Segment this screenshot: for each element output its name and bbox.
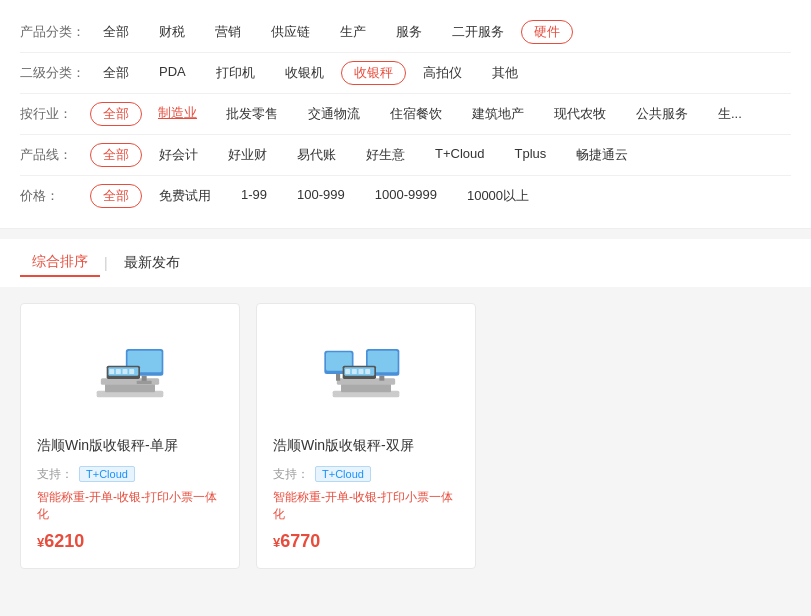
price-10000-plus[interactable]: 10000以上: [454, 184, 542, 208]
industry-label: 按行业：: [20, 105, 90, 123]
product-support-1: 支持： T+Cloud: [37, 466, 223, 483]
svg-rect-18: [336, 374, 340, 381]
line-accounting[interactable]: 好会计: [146, 143, 211, 167]
line-tplus[interactable]: Tplus: [502, 143, 560, 167]
support-label-2: 支持：: [273, 466, 309, 483]
product-support-2: 支持： T+Cloud: [273, 466, 459, 483]
svg-rect-10: [116, 369, 121, 374]
sub-cashier[interactable]: 收银机: [272, 61, 337, 85]
product-card-1[interactable]: 浩顺Win版收银秤-单屏 支持： T+Cloud 智能称重-开单-收银-打印小票…: [20, 303, 240, 569]
product-price-2: ¥6770: [273, 531, 459, 552]
product-svg-1: [80, 329, 180, 419]
filter-section: 产品分类： 全部 财税 营销 供应链 生产 服务 二开服务 硬件 二级分类： 全…: [0, 0, 811, 229]
support-badge-1: T+Cloud: [79, 466, 135, 482]
svg-rect-25: [352, 369, 357, 374]
product-card-2[interactable]: 浩顺Win版收银秤-双屏 支持： T+Cloud 智能称重-开单-收银-打印小票…: [256, 303, 476, 569]
sub-category-label: 二级分类：: [20, 64, 90, 82]
amount-1: 6210: [44, 531, 84, 551]
industry-public[interactable]: 公共服务: [623, 102, 701, 126]
product-price-1: ¥6210: [37, 531, 223, 552]
industry-wholesale[interactable]: 批发零售: [213, 102, 291, 126]
product-image-2: [273, 324, 459, 424]
sort-latest[interactable]: 最新发布: [112, 250, 192, 276]
svg-rect-24: [345, 369, 350, 374]
price-1-99[interactable]: 1-99: [228, 184, 280, 208]
svg-rect-14: [341, 384, 391, 392]
svg-rect-6: [137, 381, 152, 384]
product-line-items: 全部 好会计 好业财 易代账 好生意 T+Cloud Tplus 畅捷通云: [90, 143, 791, 167]
product-line-label: 产品线：: [20, 146, 90, 164]
product-line-row: 产品线： 全部 好会计 好业财 易代账 好生意 T+Cloud Tplus 畅捷…: [20, 135, 791, 176]
industry-more[interactable]: 生...: [705, 102, 755, 126]
price-free[interactable]: 免费试用: [146, 184, 224, 208]
line-business[interactable]: 好生意: [353, 143, 418, 167]
price-1000-9999[interactable]: 1000-9999: [362, 184, 450, 208]
support-badge-2: T+Cloud: [315, 466, 371, 482]
industry-row: 按行业： 全部 制造业 批发零售 交通物流 住宿餐饮 建筑地产 现代农牧 公共服…: [20, 94, 791, 135]
industry-construction[interactable]: 建筑地产: [459, 102, 537, 126]
sort-divider: |: [100, 255, 112, 271]
sub-category-items: 全部 PDA 打印机 收银机 收银秤 高拍仪 其他: [90, 61, 791, 85]
price-all[interactable]: 全部: [90, 184, 142, 208]
svg-rect-21: [379, 376, 384, 381]
industry-all[interactable]: 全部: [90, 102, 142, 126]
industry-hospitality[interactable]: 住宿餐饮: [377, 102, 455, 126]
products-grid: 浩顺Win版收银秤-单屏 支持： T+Cloud 智能称重-开单-收银-打印小票…: [0, 287, 811, 585]
line-finance[interactable]: 好业财: [215, 143, 280, 167]
cat-all[interactable]: 全部: [90, 20, 142, 44]
svg-rect-26: [359, 369, 364, 374]
amount-2: 6770: [280, 531, 320, 551]
svg-rect-12: [129, 369, 134, 374]
line-tcloud[interactable]: T+Cloud: [422, 143, 498, 167]
product-category-items: 全部 财税 营销 供应链 生产 服务 二开服务 硬件: [90, 20, 791, 44]
product-image-1: [37, 324, 223, 424]
svg-rect-1: [105, 384, 155, 392]
price-100-999[interactable]: 100-999: [284, 184, 358, 208]
svg-rect-27: [365, 369, 370, 374]
svg-rect-9: [109, 369, 114, 374]
product-desc-1: 智能称重-开单-收银-打印小票一体化: [37, 489, 223, 523]
line-all[interactable]: 全部: [90, 143, 142, 167]
cat-hardware[interactable]: 硬件: [521, 20, 573, 44]
sub-other[interactable]: 其他: [479, 61, 531, 85]
svg-rect-15: [337, 378, 395, 385]
line-bookkeeping[interactable]: 易代账: [284, 143, 349, 167]
sub-printer[interactable]: 打印机: [203, 61, 268, 85]
industry-agriculture[interactable]: 现代农牧: [541, 102, 619, 126]
cat-supply[interactable]: 供应链: [258, 20, 323, 44]
svg-rect-11: [123, 369, 128, 374]
line-changjie[interactable]: 畅捷通云: [563, 143, 641, 167]
industry-items: 全部 制造业 批发零售 交通物流 住宿餐饮 建筑地产 现代农牧 公共服务 生..…: [90, 102, 791, 126]
product-category-label: 产品分类：: [20, 23, 90, 41]
product-desc-2: 智能称重-开单-收银-打印小票一体化: [273, 489, 459, 523]
sub-all[interactable]: 全部: [90, 61, 142, 85]
sub-pda[interactable]: PDA: [146, 61, 199, 85]
cat-production[interactable]: 生产: [327, 20, 379, 44]
cat-secondary[interactable]: 二开服务: [439, 20, 517, 44]
sub-cashier-scale[interactable]: 收银秤: [341, 61, 406, 85]
product-svg-2: [316, 329, 416, 419]
sub-scanner[interactable]: 高拍仪: [410, 61, 475, 85]
industry-manufacturing[interactable]: 制造业: [146, 102, 209, 126]
support-label-1: 支持：: [37, 466, 73, 483]
product-title-1: 浩顺Win版收银秤-单屏: [37, 436, 223, 456]
price-items: 全部 免费试用 1-99 100-999 1000-9999 10000以上: [90, 184, 791, 208]
product-title-2: 浩顺Win版收银秤-双屏: [273, 436, 459, 456]
price-label: 价格：: [20, 187, 90, 205]
sort-comprehensive[interactable]: 综合排序: [20, 249, 100, 277]
price-row: 价格： 全部 免费试用 1-99 100-999 1000-9999 10000…: [20, 176, 791, 216]
sub-category-row: 二级分类： 全部 PDA 打印机 收银机 收银秤 高拍仪 其他: [20, 53, 791, 94]
industry-transport[interactable]: 交通物流: [295, 102, 373, 126]
cat-marketing[interactable]: 营销: [202, 20, 254, 44]
cat-service[interactable]: 服务: [383, 20, 435, 44]
product-category-row: 产品分类： 全部 财税 营销 供应链 生产 服务 二开服务 硬件: [20, 12, 791, 53]
sort-bar: 综合排序 | 最新发布: [0, 239, 811, 287]
cat-tax[interactable]: 财税: [146, 20, 198, 44]
